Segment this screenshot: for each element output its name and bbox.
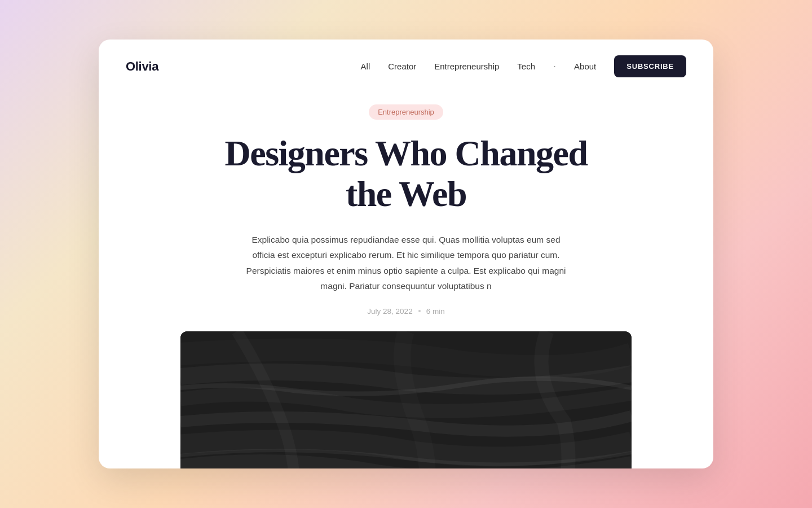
paint-texture-svg [180,331,632,468]
main-card: Olivia All Creator Entrepreneurship Tech… [99,40,713,468]
category-badge[interactable]: Entrepreneurship [369,104,443,120]
nav-separator: · [553,60,556,72]
article-excerpt: Explicabo quia possimus repudiandae esse… [242,232,570,294]
nav-links: All Creator Entrepreneurship Tech · Abou… [361,55,686,77]
nav-link-entrepreneurship[interactable]: Entrepreneurship [434,62,499,71]
article-hero-image [180,331,632,468]
article-date: July 28, 2022 [367,307,412,316]
subscribe-button[interactable]: SUBSCRIBE [614,55,686,77]
nav-link-about[interactable]: About [574,62,596,71]
article-meta: July 28, 2022 6 min [367,307,444,316]
navbar: Olivia All Creator Entrepreneurship Tech… [99,40,713,93]
site-logo[interactable]: Olivia [126,59,158,74]
nav-link-all[interactable]: All [361,62,370,71]
article-content: Entrepreneurship Designers Who Changed t… [99,93,713,468]
meta-dot [418,310,421,312]
article-read-time: 6 min [426,307,445,316]
hero-image-texture [180,331,632,468]
nav-link-tech[interactable]: Tech [517,62,535,71]
article-title: Designers Who Changed the Web [225,133,588,214]
nav-link-creator[interactable]: Creator [388,62,416,71]
